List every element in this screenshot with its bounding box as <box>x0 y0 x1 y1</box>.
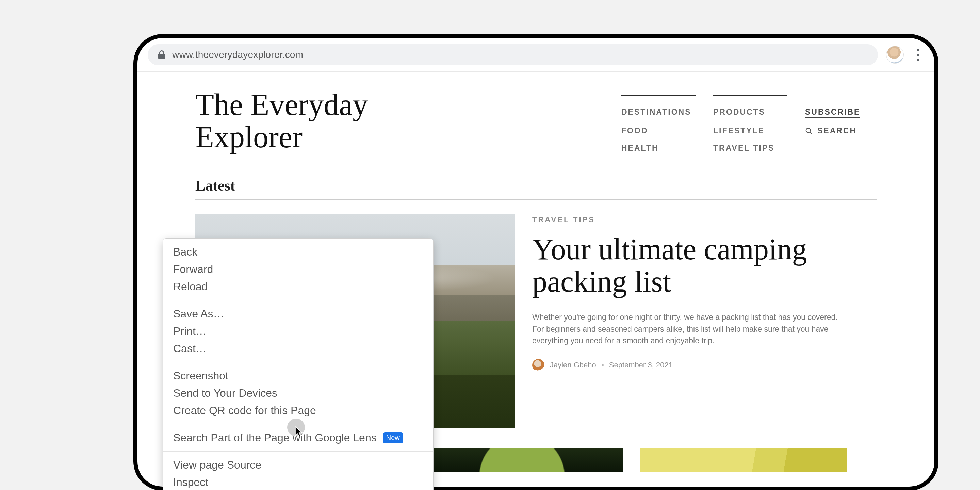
nav-search-label: SEARCH <box>817 126 856 135</box>
nav-health[interactable]: HEALTH <box>621 143 710 153</box>
lock-icon <box>158 50 165 59</box>
context-menu-save-as[interactable]: Save As… <box>163 305 433 323</box>
nav-food[interactable]: FOOD <box>621 126 710 135</box>
context-menu-screenshot[interactable]: Screenshot <box>163 367 433 385</box>
context-menu-separator <box>163 451 433 452</box>
context-menu-back[interactable]: Back <box>163 243 433 261</box>
profile-avatar[interactable] <box>886 46 904 64</box>
svg-line-1 <box>810 132 812 134</box>
address-bar[interactable]: www.theeverydayexplorer.com <box>148 44 878 65</box>
nav-products[interactable]: PRODUCTS <box>713 108 802 118</box>
context-menu-search-lens-label: Search Part of the Page with Google Lens <box>173 431 377 444</box>
browser-menu-button[interactable] <box>912 47 924 63</box>
nav-subscribe[interactable]: SUBSCRIBE <box>805 108 860 118</box>
context-menu-separator <box>163 424 433 424</box>
context-menu-inspect[interactable]: Inspect <box>163 474 433 490</box>
primary-nav: DESTINATIONS PRODUCTS SUBSCRIBE FOOD LIF… <box>621 89 877 153</box>
article-category[interactable]: TRAVEL TIPS <box>532 215 877 224</box>
context-menu-separator <box>163 362 433 363</box>
author-avatar[interactable] <box>532 359 544 371</box>
context-menu-cast[interactable]: Cast… <box>163 340 433 357</box>
context-menu-reload[interactable]: Reload <box>163 278 433 295</box>
context-menu-send-to-devices[interactable]: Send to Your Devices <box>163 385 433 402</box>
article-excerpt: Whether you're going for one night or th… <box>532 311 838 347</box>
search-icon <box>805 127 813 135</box>
nav-lifestyle[interactable]: LIFESTYLE <box>713 126 802 135</box>
site-header: The Everyday Explorer DESTINATIONS PRODU… <box>195 89 877 153</box>
nav-travel-tips[interactable]: TRAVEL TIPS <box>713 143 802 153</box>
thumbnail-2[interactable] <box>421 448 624 472</box>
section-heading-latest: Latest <box>195 177 877 200</box>
new-badge: New <box>383 433 403 443</box>
context-menu: Back Forward Reload Save As… Print… Cast… <box>163 238 434 490</box>
article-date: September 3, 2021 <box>609 361 673 369</box>
nav-destinations[interactable]: DESTINATIONS <box>621 108 710 118</box>
nav-col-accent <box>621 95 710 99</box>
context-menu-separator <box>163 300 433 301</box>
author-name[interactable]: Jaylen Gbeho <box>550 361 596 369</box>
context-menu-create-qr[interactable]: Create QR code for this Page <box>163 402 433 419</box>
context-menu-print[interactable]: Print… <box>163 323 433 340</box>
byline-separator <box>601 364 604 366</box>
context-menu-view-source[interactable]: View page Source <box>163 456 433 474</box>
site-title: The Everyday Explorer <box>195 89 413 153</box>
context-menu-forward[interactable]: Forward <box>163 261 433 278</box>
article-byline: Jaylen Gbeho September 3, 2021 <box>532 359 877 371</box>
browser-toolbar: www.theeverydayexplorer.com <box>137 38 934 72</box>
nav-col-accent <box>713 95 802 99</box>
thumbnail-3[interactable] <box>640 448 846 472</box>
url-text: www.theeverydayexplorer.com <box>172 49 303 60</box>
nav-col-spacer <box>805 95 877 99</box>
svg-point-0 <box>806 128 811 132</box>
article-title[interactable]: Your ultimate camping packing list <box>532 233 877 298</box>
nav-search[interactable]: SEARCH <box>805 126 877 135</box>
article-body: TRAVEL TIPS Your ultimate camping packin… <box>532 214 877 428</box>
context-menu-search-lens[interactable]: Search Part of the Page with Google Lens… <box>163 429 433 447</box>
